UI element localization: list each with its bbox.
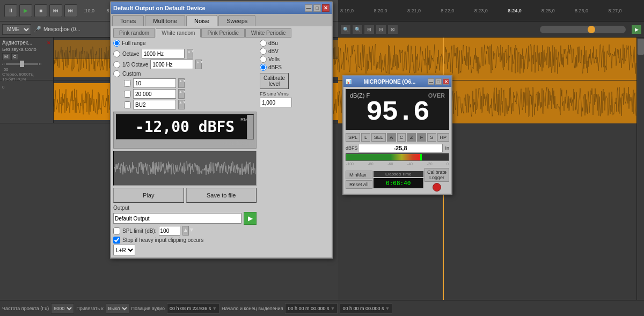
dbfs-radio[interactable] — [260, 64, 267, 71]
sel-btn[interactable]: SEL — [371, 133, 386, 142]
hp-btn[interactable]: HP — [437, 133, 450, 142]
minimize-button[interactable]: — — [305, 4, 312, 12]
dbv-radio[interactable] — [260, 48, 267, 55]
volume-slider[interactable] — [6, 63, 38, 65]
l-btn[interactable]: L — [361, 133, 370, 142]
mute-button[interactable]: М — [2, 53, 10, 60]
custom-field-2-input[interactable] — [133, 89, 176, 99]
scale-minus40: -40 — [407, 162, 413, 166]
scrollbar-thumb[interactable] — [638, 39, 644, 55]
custom-field-2-scroll[interactable]: ▲▼ — [178, 89, 185, 99]
reset-all-button[interactable]: Reset All — [346, 180, 372, 189]
play-button[interactable]: Play — [113, 188, 184, 203]
tab-noise[interactable]: Noise — [186, 15, 217, 26]
play-button[interactable]: ▶ — [19, 4, 32, 17]
calibrate-button[interactable]: Calibrate level — [260, 73, 289, 89]
third-octave-radio[interactable] — [113, 61, 120, 68]
playhead-thumb[interactable] — [588, 26, 595, 33]
vu-minimize-button[interactable]: — — [428, 78, 434, 85]
spl-scroll[interactable]: ▲▼ — [182, 226, 189, 236]
tab-multitone[interactable]: Multitone — [145, 15, 185, 26]
selection-start-display: 00 h 00 m 00.000 s ▼ — [285, 303, 338, 314]
dbu-radio[interactable] — [260, 40, 267, 47]
skip-forward-button[interactable]: ⏭ — [64, 4, 77, 17]
ruler-mark-6: 8:25,0 — [541, 8, 575, 13]
stop-button[interactable]: ■ — [34, 4, 47, 17]
track-close[interactable]: ✕ — [47, 40, 51, 46]
output-play-button[interactable]: ▶ — [244, 212, 257, 225]
octave-freq-scroll[interactable]: ▲▼ — [187, 49, 193, 58]
zoom-reset-button[interactable]: ⊟ — [376, 25, 386, 34]
fs-value-row — [260, 98, 330, 107]
custom-field-2-check[interactable] — [124, 91, 131, 98]
custom-field-1-check[interactable] — [124, 80, 131, 87]
third-octave-freq-input[interactable] — [150, 60, 193, 69]
fs-sine-value-input[interactable] — [260, 98, 292, 107]
custom-field-1-scroll[interactable]: ▲▼ — [178, 78, 185, 88]
spl-input[interactable] — [159, 226, 180, 236]
custom-field-3-input[interactable] — [133, 100, 176, 109]
generator-title: Default Output on Default Device — [113, 5, 206, 11]
z-btn[interactable]: Z — [407, 133, 416, 142]
save-button[interactable]: Save to file — [186, 188, 257, 203]
track-controls: М С — [2, 53, 51, 60]
tab-sweeps[interactable]: Sweeps — [218, 15, 255, 26]
fs-sine-label: FS sine Vrms — [260, 91, 289, 97]
bind-select[interactable]: Выкл — [106, 303, 129, 314]
custom-radio[interactable] — [113, 70, 120, 77]
zoom-out-button[interactable]: 🔍 — [352, 25, 363, 34]
volume-label: л — [2, 61, 5, 66]
pause-button[interactable]: ⏸ — [4, 4, 17, 17]
octave-radio[interactable] — [113, 50, 120, 57]
play-btn-right[interactable]: ▶ — [631, 25, 642, 34]
third-octave-scroll[interactable]: ▲▼ — [195, 60, 202, 69]
vu-close-button[interactable]: ✕ — [443, 78, 449, 85]
custom-field-3-check[interactable] — [124, 101, 131, 108]
maximize-button[interactable]: □ — [313, 4, 321, 12]
spl-btn[interactable]: SPL — [346, 133, 360, 142]
subtab-white-random[interactable]: White random — [156, 28, 201, 38]
dbfs-label: dBFS — [268, 64, 282, 70]
subtab-white-periodic[interactable]: White Periodic — [245, 28, 291, 38]
minmax-button[interactable]: MinMax — [346, 171, 372, 179]
subtab-pink-periodic[interactable]: Pink Periodic — [201, 28, 244, 38]
solo-button[interactable]: С — [11, 53, 19, 60]
channel-select[interactable]: L+R — [113, 245, 135, 255]
selection-end-display: 00 h 00 m 00.000 s ▼ — [340, 303, 392, 314]
mic-device-label: Микрофон (0... — [43, 26, 80, 32]
subtab-pink-random[interactable]: Pink random — [113, 28, 155, 38]
zoom-sel-button[interactable]: ⊠ — [387, 25, 398, 34]
selection-end-scroll[interactable]: ▼ — [385, 306, 390, 311]
generator-titlebar: Default Output on Default Device — □ ✕ — [111, 2, 332, 14]
output-row: Output — [113, 205, 257, 211]
skip-back-button[interactable]: ⏮ — [49, 4, 62, 17]
api-select[interactable]: MME — [2, 24, 31, 35]
level-scroll[interactable] — [247, 115, 253, 139]
volls-radio[interactable] — [260, 56, 267, 63]
zoom-in-button[interactable]: 🔍 — [340, 25, 351, 34]
audio-pos-scroll[interactable]: ▼ — [212, 306, 217, 311]
f-btn[interactable]: F — [417, 133, 426, 142]
vu-dbfs-label: dBFS — [346, 145, 358, 151]
output-device-input[interactable] — [113, 213, 241, 224]
custom-field-1-input[interactable] — [133, 78, 176, 88]
tab-tones[interactable]: Tones — [112, 15, 144, 26]
close-button[interactable]: ✕ — [322, 4, 330, 12]
a-btn[interactable]: A — [387, 133, 396, 142]
s-btn[interactable]: S — [427, 133, 436, 142]
selection-start-scroll[interactable]: ▼ — [331, 306, 335, 311]
zoom-fit-button[interactable]: ⊞ — [364, 25, 375, 34]
track-format: -50 — [2, 67, 51, 72]
stop-clipping-check[interactable] — [113, 237, 120, 244]
c-btn[interactable]: C — [397, 133, 406, 142]
vu-maximize-button[interactable]: □ — [435, 78, 442, 85]
calibrate-logger-button[interactable]: Calibrate Logger — [425, 168, 449, 182]
octave-freq-input[interactable] — [142, 49, 185, 58]
full-range-radio[interactable] — [113, 40, 120, 47]
spl-limit-check[interactable] — [113, 227, 120, 234]
playhead-slider[interactable] — [540, 26, 626, 33]
track-vol-2: 0 — [2, 85, 51, 90]
custom-field-3-scroll[interactable]: ▲▼ — [178, 100, 185, 109]
project-freq-select[interactable]: 8000 — [51, 303, 74, 314]
right-scrollbar[interactable] — [636, 38, 644, 300]
